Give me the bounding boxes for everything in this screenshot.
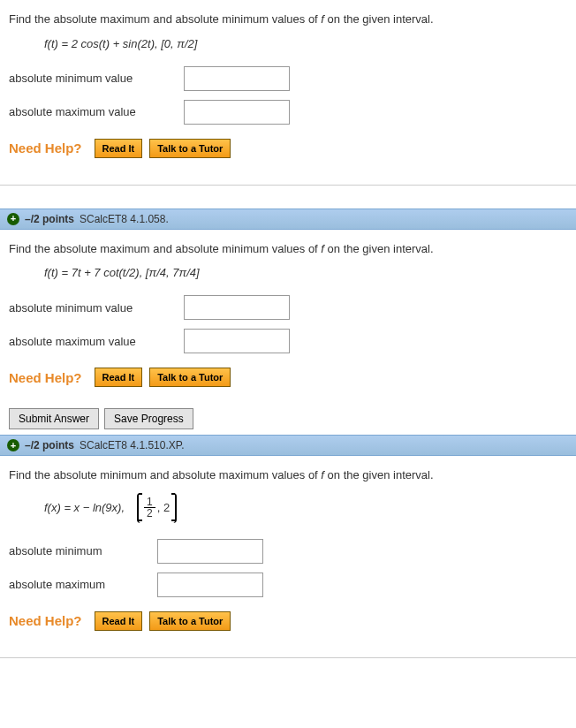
prompt-text-2: on the given interval. [324,242,434,255]
question-3-header: + –/2 points SCalcET8 4.1.510.XP. [0,435,576,456]
points: –/2 points [25,213,74,225]
talk-tutor-button[interactable]: Talk to a Tutor [149,611,231,631]
talk-tutor-button[interactable]: Talk to a Tutor [149,139,231,158]
question-ref: SCalcET8 4.1.510.XP. [80,439,185,451]
prompt-text: Find the absolute maximum and absolute m… [9,242,321,255]
question-2: Find the absolute maximum and absolute m… [0,230,576,402]
max-row: absolute maximum value [9,100,567,125]
min-label: absolute minimum [9,544,141,557]
question-2-header: + –/2 points SCalcET8 4.1.058. [0,209,576,230]
submit-row: Submit Answer Save Progress [0,401,576,435]
divider [0,657,576,658]
min-row: absolute minimum [9,539,567,564]
prompt-text: Find the absolute maximum and absolute m… [9,12,321,26]
points: –/2 points [25,439,74,451]
prompt-text: Find the absolute minimum and absolute m… [9,468,321,482]
interval-bracket: 1 2 , 2 [137,493,177,523]
need-help: Need Help? Read It Talk to a Tutor [9,368,567,387]
min-label: absolute minimum value [9,72,168,85]
max-row: absolute maximum value [9,329,567,353]
save-progress-button[interactable]: Save Progress [104,408,193,429]
max-label: absolute maximum value [9,335,168,348]
min-label: absolute minimum value [9,301,168,315]
need-help-label: Need Help? [9,140,82,155]
min-row: absolute minimum value [9,66,567,91]
max-input[interactable] [184,100,290,125]
question-prompt: Find the absolute minimum and absolute m… [9,466,567,484]
prompt-text-2: on the given interval. [324,468,434,482]
question-1: Find the absolute maximum and absolute m… [0,0,576,172]
min-input[interactable] [157,539,263,564]
max-row: absolute maximum [9,573,567,597]
max-input[interactable] [157,573,263,597]
question-ref: SCalcET8 4.1.058. [80,213,169,225]
formula: f(t) = 2 cos(t) + sin(2t), [0, π/2] [44,37,567,50]
need-help: Need Help? Read It Talk to a Tutor [9,611,567,631]
frac-den: 2 [144,508,155,519]
question-prompt: Find the absolute maximum and absolute m… [9,240,567,258]
min-row: absolute minimum value [9,295,567,320]
talk-tutor-button[interactable]: Talk to a Tutor [149,368,231,387]
read-it-button[interactable]: Read It [95,139,143,158]
need-help-label: Need Help? [9,370,82,385]
interval-rest: , 2 [157,501,170,514]
question-3: Find the absolute minimum and absolute m… [0,456,576,645]
max-label: absolute maximum [9,578,141,591]
question-prompt: Find the absolute maximum and absolute m… [9,11,567,28]
expand-icon[interactable]: + [7,439,19,451]
expand-icon[interactable]: + [7,213,19,225]
formula-lhs: f(x) = x − ln(9x), [44,501,125,514]
fraction: 1 2 [144,497,155,519]
formula: f(t) = 7t + 7 cot(t/2), [π/4, 7π/4] [44,266,567,279]
need-help: Need Help? Read It Talk to a Tutor [9,139,567,158]
min-input[interactable] [184,66,290,91]
max-input[interactable] [184,329,290,353]
formula: f(x) = x − ln(9x), 1 2 , 2 [44,493,567,523]
need-help-label: Need Help? [9,613,82,628]
prompt-text-2: on the given interval. [324,12,434,26]
read-it-button[interactable]: Read It [95,611,143,631]
submit-button[interactable]: Submit Answer [9,408,99,429]
max-label: absolute maximum value [9,105,168,118]
read-it-button[interactable]: Read It [95,368,143,387]
min-input[interactable] [184,295,290,320]
